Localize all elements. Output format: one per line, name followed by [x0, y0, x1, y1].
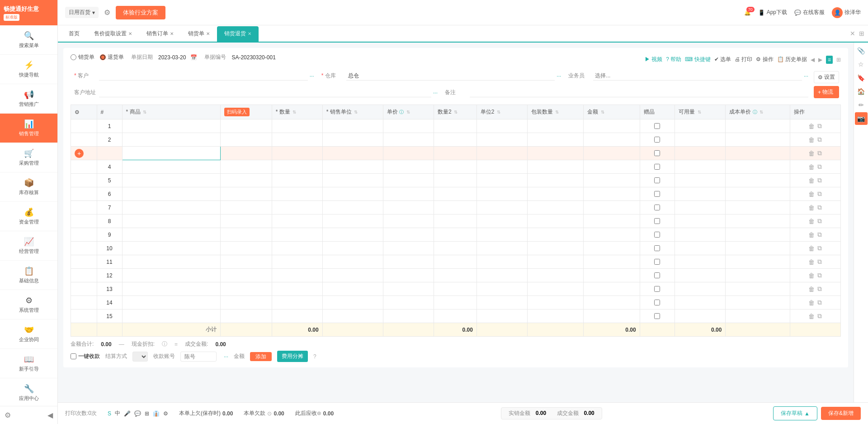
toolbar-shortcut[interactable]: ⌨ 快捷键 — [685, 56, 710, 63]
toolbar-view-grid[interactable]: ⊞ — [836, 57, 841, 63]
delete-icon-9[interactable]: 🗑 — [808, 231, 815, 238]
copy-icon-2[interactable]: ⧉ — [817, 136, 822, 143]
sidebar-item-finance[interactable]: 💰 资金管理 — [0, 202, 57, 231]
row-avail-2[interactable] — [675, 133, 726, 147]
toolbar-print[interactable]: 🖨 打印 — [735, 56, 752, 63]
rp-icon-3[interactable]: 🔖 — [855, 71, 868, 84]
sidebar-item-shortcut[interactable]: ⚡ 快捷导航 — [0, 55, 57, 84]
settings-btn[interactable]: ⚙ 设置 — [814, 71, 839, 83]
warehouse-select-icon[interactable]: ··· — [557, 73, 561, 79]
customer-input[interactable] — [99, 71, 308, 81]
copy-icon-1[interactable]: ⧉ — [817, 122, 822, 130]
order-balance-help[interactable]: ⊙ — [267, 410, 272, 417]
row-pkg-2[interactable] — [527, 133, 583, 147]
topbar-settings-icon[interactable]: ⚙ — [104, 8, 110, 17]
fee-help-icon[interactable]: ? — [313, 353, 316, 360]
calendar-icon[interactable]: 📅 — [190, 54, 197, 61]
address-input[interactable] — [99, 88, 431, 97]
delete-icon-6[interactable]: 🗑 — [808, 191, 815, 198]
gift-check-7[interactable] — [654, 205, 660, 210]
payment-method-select[interactable] — [132, 352, 148, 362]
delete-icon-13[interactable]: 🗑 — [808, 286, 815, 293]
row-gift-3[interactable] — [640, 147, 675, 160]
save-draft-btn[interactable]: 保存草稿 ▲ — [773, 406, 817, 420]
gift-check-14[interactable] — [654, 300, 660, 305]
salesperson-select-icon[interactable]: ··· — [804, 73, 808, 79]
one-key-pay-check[interactable]: 一键收款 — [71, 353, 100, 360]
sidebar-item-apps[interactable]: 🔧 应用中心 — [0, 378, 57, 406]
row-unit2-3[interactable] — [476, 147, 527, 160]
delete-icon-10[interactable]: 🗑 — [808, 245, 815, 252]
remark-input[interactable] — [470, 88, 808, 97]
copy-icon-6[interactable]: ⧉ — [817, 190, 822, 198]
delete-icon-8[interactable]: 🗑 — [808, 218, 815, 225]
row-price-1[interactable] — [383, 119, 434, 133]
tab-home[interactable]: 首页 — [61, 26, 87, 42]
radio-return-input[interactable] — [100, 54, 106, 60]
tab-grid-icon[interactable]: ⊞ — [859, 30, 864, 37]
row-qty-3[interactable] — [272, 147, 322, 160]
gift-check-3[interactable] — [654, 150, 660, 156]
gift-check-8[interactable] — [654, 218, 660, 224]
row-cost-1[interactable] — [726, 119, 790, 133]
notification-bell[interactable]: 🔔 70 — [744, 10, 751, 16]
sidebar-item-guide[interactable]: 📖 新手引导 — [0, 349, 57, 378]
toolbar-select[interactable]: ✔ 选单 — [714, 56, 731, 63]
radio-return[interactable]: 退货单 — [100, 53, 124, 61]
fee-split-btn[interactable]: 费用分摊 — [277, 351, 308, 362]
gift-check-11[interactable] — [654, 259, 660, 265]
copy-icon-12[interactable]: ⧉ — [817, 272, 822, 279]
row-qty2-3[interactable] — [434, 147, 476, 160]
toolbar-operation[interactable]: ⚙ 操作 — [756, 56, 773, 63]
sidebar-item-operation[interactable]: 📈 经营管理 — [0, 231, 57, 261]
row-product-1[interactable] — [122, 119, 221, 133]
copy-icon-5[interactable]: ⧉ — [817, 176, 822, 184]
radio-sale-input[interactable] — [71, 54, 76, 60]
discount-help-icon[interactable]: ⓘ — [162, 340, 167, 348]
scan-btn[interactable]: 扫码录入 — [224, 108, 250, 116]
delete-icon-12[interactable]: 🗑 — [808, 272, 815, 279]
row-unit-2[interactable] — [322, 133, 383, 147]
copy-icon-3[interactable]: ⧉ — [817, 149, 822, 157]
tab-sales-order-close[interactable]: ✕ — [170, 31, 174, 36]
tab-return[interactable]: 销货退货 ✕ — [217, 26, 259, 42]
toolbar-video[interactable]: ▶ 视频 — [645, 56, 662, 63]
toolbar-view-list[interactable]: ≡ — [826, 56, 833, 64]
row-qty-1[interactable] — [272, 119, 322, 133]
gift-check-15[interactable] — [654, 313, 660, 319]
toolbar-history[interactable]: 📋 历史单据 — [777, 56, 807, 63]
sidebar-item-marketing[interactable]: 📢 营销推广 — [0, 84, 57, 114]
row-avail-3[interactable] — [675, 147, 726, 160]
address-select-icon[interactable]: ··· — [433, 90, 438, 96]
experience-btn[interactable]: 体验行业方案 — [116, 6, 165, 19]
tab-price-extract[interactable]: 售价提取设置 ✕ — [87, 26, 139, 42]
row-qty-2[interactable] — [272, 133, 322, 147]
row-price-3[interactable] — [383, 147, 434, 160]
add-logistics-btn[interactable]: + 物流 — [814, 86, 839, 98]
row-unit2-1[interactable] — [476, 119, 527, 133]
row-product-3[interactable] — [122, 147, 221, 160]
one-key-pay-input[interactable] — [71, 353, 76, 359]
row-pkg-1[interactable] — [527, 119, 583, 133]
sidebar-item-sales[interactable]: 📊 销售管理 — [0, 114, 57, 143]
row-cost-3[interactable] — [726, 147, 790, 160]
gift-check-5[interactable] — [654, 177, 660, 183]
tab-sales[interactable]: 销货单 ✕ — [181, 26, 217, 42]
tab-sales-order[interactable]: 销售订单 ✕ — [139, 26, 181, 42]
gift-check-2[interactable] — [654, 137, 660, 143]
sidebar-item-system[interactable]: ⚙ 系统管理 — [0, 290, 57, 319]
copy-icon-10[interactable]: ⧉ — [817, 244, 822, 252]
gift-check-9[interactable] — [654, 232, 660, 238]
customer-select-icon[interactable]: ··· — [310, 73, 314, 79]
row-avail-1[interactable] — [675, 119, 726, 133]
sidebar-item-inventory[interactable]: 📦 库存核算 — [0, 172, 57, 202]
row-gift-1[interactable] — [640, 119, 675, 133]
toolbar-help[interactable]: ? 帮助 — [666, 56, 681, 63]
row-amount-3[interactable] — [584, 147, 640, 160]
copy-icon-15[interactable]: ⧉ — [817, 312, 822, 320]
rp-icon-6[interactable]: 📷 — [855, 112, 868, 125]
gear-icon[interactable]: ⚙ — [75, 109, 80, 115]
copy-icon-14[interactable]: ⧉ — [817, 299, 822, 306]
row-unit-3[interactable] — [322, 147, 383, 160]
add-fee-btn[interactable]: 添加 — [250, 352, 272, 361]
